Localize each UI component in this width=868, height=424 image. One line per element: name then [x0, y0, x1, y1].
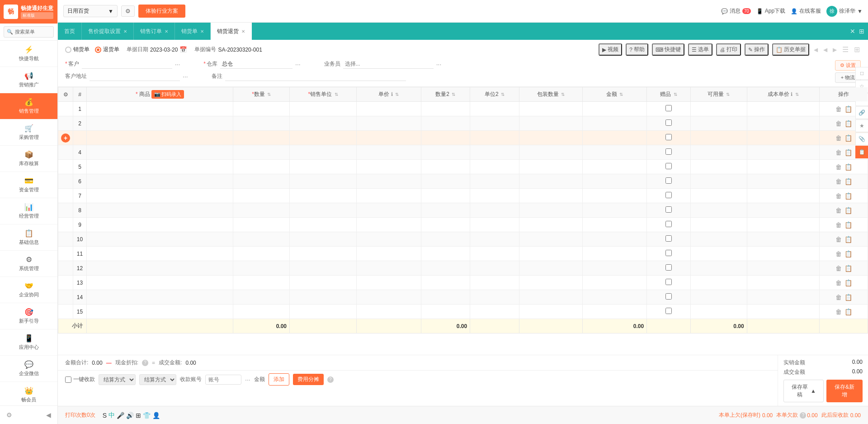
copy-row-10-button[interactable]: 📋: [844, 236, 852, 243]
app-download-button[interactable]: 📱 App下载: [756, 7, 785, 15]
add-row-button[interactable]: +: [61, 133, 70, 143]
date-picker-button[interactable]: 📅: [179, 46, 187, 53]
row-product-3[interactable]: [87, 131, 233, 145]
tab-sales-order-close[interactable]: ✕: [165, 29, 168, 34]
gift-checkbox-5[interactable]: [665, 163, 672, 169]
sidebar-item-system[interactable]: ⚙ 系统管理: [0, 251, 57, 277]
speaker-icon[interactable]: 🔊: [126, 412, 134, 419]
sidebar-item-sales[interactable]: 💰 销售管理: [0, 93, 57, 119]
delete-row-10-button[interactable]: 🗑: [835, 236, 842, 243]
copy-row-4-button[interactable]: 📋: [844, 149, 852, 156]
copy-row-11-button[interactable]: 📋: [844, 250, 852, 257]
row-qty2-3[interactable]: [421, 131, 470, 145]
tab-sales-slip[interactable]: 销货单 ✕: [175, 23, 211, 40]
save-draft-button[interactable]: 保存草稿 ▲: [783, 380, 824, 402]
row-price-1[interactable]: [356, 102, 421, 116]
row-amount-3[interactable]: [582, 131, 647, 145]
delete-row-4-button[interactable]: 🗑: [835, 149, 842, 156]
row-price-2[interactable]: [356, 116, 421, 131]
row-gift-3[interactable]: [647, 131, 691, 145]
customer-input[interactable]: [82, 59, 172, 69]
delete-row-14-button[interactable]: 🗑: [835, 294, 842, 301]
grid-icon[interactable]: ⊞: [136, 412, 141, 419]
row-cost-1[interactable]: [747, 102, 819, 116]
copy-row-2-button[interactable]: 📋: [844, 120, 852, 127]
search-menu-button[interactable]: 🔍 搜索菜单: [4, 26, 54, 38]
row-unit2-2[interactable]: [470, 116, 519, 131]
row-qty-2[interactable]: [233, 116, 290, 131]
delete-row-7-button[interactable]: 🗑: [835, 192, 842, 200]
qty-sort-icon[interactable]: ⇅: [267, 92, 271, 97]
gift-checkbox-6[interactable]: [665, 177, 672, 184]
gift-checkbox-2[interactable]: [665, 119, 672, 126]
sidebar-item-finance[interactable]: 💳 资金管理: [0, 172, 57, 198]
sidebar-item-wechat[interactable]: 💬 企业微信: [0, 356, 57, 382]
sidebar-item-marketing[interactable]: 📢 营销推广: [0, 67, 57, 93]
scan-input-button[interactable]: 📷 扫码录入: [151, 90, 184, 99]
address-input[interactable]: [90, 71, 180, 81]
mic-icon[interactable]: 🎤: [117, 412, 124, 419]
delete-row-15-button[interactable]: 🗑: [835, 308, 842, 315]
installment-help-icon[interactable]: ?: [800, 412, 806, 419]
calc-method-select[interactable]: 结算方式: [139, 374, 176, 385]
sidebar-item-inventory[interactable]: 📦 库存核算: [0, 146, 57, 172]
account-picker-btn[interactable]: ···: [245, 376, 250, 383]
tab-sales-order[interactable]: 销售订单 ✕: [134, 23, 175, 40]
row-unit2-1[interactable]: [470, 102, 519, 116]
gift-checkbox-15[interactable]: [665, 308, 672, 314]
sidebar-item-quick-nav[interactable]: ⚡ 快捷导航: [0, 41, 57, 67]
right-panel-btn-1[interactable]: □: [855, 67, 868, 80]
trial-button[interactable]: 体验行业方案: [138, 5, 185, 18]
gift-checkbox-11[interactable]: [665, 250, 672, 256]
row-product-1[interactable]: [87, 102, 233, 116]
row-qty2-1[interactable]: [421, 102, 470, 116]
avail-sort-icon[interactable]: ⇅: [726, 92, 730, 97]
gift-checkbox-8[interactable]: [665, 206, 672, 213]
sidebar-item-purchase[interactable]: 🛒 采购管理: [0, 119, 57, 146]
col-gear[interactable]: ⚙: [58, 87, 73, 102]
row-unit-1[interactable]: [290, 102, 357, 116]
right-panel-btn-6[interactable]: 📎: [855, 133, 868, 145]
gift-checkbox-14[interactable]: [665, 293, 672, 300]
row-product-2[interactable]: [87, 116, 233, 131]
gift-checkbox-12[interactable]: [665, 264, 672, 271]
row-avail-2[interactable]: [690, 116, 747, 131]
message-button[interactable]: 💬 消息 70: [721, 7, 751, 15]
row-amount-1[interactable]: [582, 102, 647, 116]
row-gift-2[interactable]: [647, 116, 691, 131]
sidebar-item-guide[interactable]: 🎯 新手引导: [0, 303, 57, 329]
delete-row-3-button[interactable]: 🗑: [835, 134, 842, 142]
tab-sales-slip-close[interactable]: ✕: [200, 29, 204, 34]
operations-button[interactable]: ✎ 操作: [745, 43, 769, 56]
salesperson-picker-btn[interactable]: ···: [436, 61, 442, 68]
gift-checkbox-9[interactable]: [665, 221, 672, 227]
copy-row-1-button[interactable]: 📋: [844, 105, 852, 113]
sidebar-item-app-center[interactable]: 📱 应用中心: [0, 329, 57, 356]
row-cost-3[interactable]: [747, 131, 819, 145]
delete-row-6-button[interactable]: 🗑: [835, 178, 842, 185]
delete-row-13-button[interactable]: 🗑: [835, 279, 842, 286]
history-button[interactable]: 📋 历史单据: [772, 43, 809, 56]
row-qty-1[interactable]: [233, 102, 290, 116]
salesperson-input[interactable]: [343, 59, 434, 69]
delete-row-12-button[interactable]: 🗑: [835, 265, 842, 272]
topbar-gear-button[interactable]: ⚙: [121, 5, 135, 17]
right-panel-btn-5[interactable]: ★: [855, 119, 868, 132]
radio-sales-slip[interactable]: 销货单: [65, 46, 90, 53]
shirt-icon[interactable]: 👕: [143, 412, 151, 419]
gift-checkbox-4[interactable]: [665, 148, 672, 155]
row-qty2-2[interactable]: [421, 116, 470, 131]
copy-row-15-button[interactable]: 📋: [844, 308, 852, 315]
sidebar-item-member[interactable]: 👑 畅会员: [0, 382, 57, 405]
row-gear-1[interactable]: [58, 102, 73, 116]
copy-row-14-button[interactable]: 📋: [844, 294, 852, 301]
help-button[interactable]: ? 帮助: [626, 43, 648, 56]
unit2-sort-icon[interactable]: ⇅: [501, 92, 505, 97]
row-qty-3[interactable]: [233, 131, 290, 145]
unit-sort-icon[interactable]: ⇅: [335, 92, 338, 97]
row-gear-3[interactable]: +: [58, 131, 73, 145]
fee-split-button[interactable]: 费用分摊: [293, 374, 324, 385]
sidebar-settings-button[interactable]: ⚙: [4, 410, 15, 420]
right-panel-btn-4[interactable]: 🔗: [855, 106, 868, 119]
tab-expand-button[interactable]: ⊞: [859, 28, 864, 35]
